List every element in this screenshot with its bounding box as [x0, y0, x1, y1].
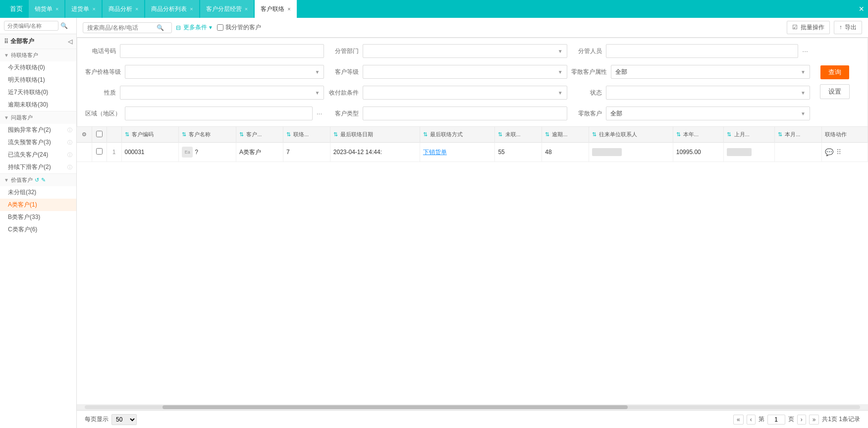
advanced-filter: 电话号码 分管部门 ▼ 分管人员 — [77, 38, 868, 127]
page-number-input[interactable] — [767, 415, 785, 425]
nav-tab-analysis-list[interactable]: 商品分析列表 × — [145, 0, 199, 18]
filter-region-field: 区域（地区） ··· — [85, 107, 324, 120]
check-icon: ☑ — [792, 24, 798, 31]
filter-phone-input[interactable] — [120, 44, 324, 58]
sort-icon-4[interactable]: ⇅ — [286, 131, 291, 137]
avatar: Ea — [182, 147, 193, 158]
filter-customer-grade-label: 客户等级 — [328, 68, 363, 76]
filter-price-grade-select[interactable]: ▼ — [125, 65, 324, 79]
sidebar-all-customers-header[interactable]: ⠿ 全部客户 ◁ — [0, 34, 76, 49]
sort-icon-11[interactable]: ⇅ — [727, 131, 731, 137]
page-size-select[interactable]: 50 100 200 — [111, 414, 137, 425]
filter-row-1: 电话号码 分管部门 ▼ 分管人员 — [85, 42, 810, 60]
arrow-down-icon-3: ▼ — [4, 177, 9, 183]
customer-name-wrapper: Ea ? — [182, 147, 233, 158]
company-contact-placeholder — [592, 148, 622, 156]
batch-ops-button[interactable]: ☑ 批量操作 — [787, 21, 829, 34]
main-search-input[interactable] — [87, 24, 157, 31]
more-conditions-btn[interactable]: ⊟ 更多条件 ▼ — [176, 23, 213, 32]
filter-person-input[interactable] — [606, 44, 799, 58]
query-button[interactable]: 查询 — [820, 65, 849, 79]
sidebar-item-a-class[interactable]: A类客户(1) — [0, 199, 76, 211]
sidebar-group-pending[interactable]: ▼ 待联络客户 — [0, 49, 76, 61]
filter-person-dots-icon[interactable]: ··· — [800, 47, 810, 55]
close-window-icon[interactable]: × — [859, 4, 864, 14]
filter-dept-select[interactable]: ▼ — [363, 44, 567, 58]
top-nav: 首页 销货单 × 进货单 × 商品分析 × 商品分析列表 × 客户分层经营 × … — [0, 0, 868, 18]
sidebar-item-c-class[interactable]: C类客户(6) — [0, 223, 76, 236]
table-col-code: ⇅ 客户编码 — [121, 127, 179, 143]
collapse-sidebar-icon[interactable]: ◁ — [68, 38, 72, 45]
sort-icon-3[interactable]: ⇅ — [239, 131, 244, 137]
nav-tab-purchase[interactable]: 进货单 × — [65, 0, 101, 18]
horizontal-scrollbar[interactable] — [77, 404, 868, 410]
filter-region-input[interactable] — [125, 107, 313, 120]
my-customers-check[interactable] — [217, 24, 223, 31]
nav-tab-analysis[interactable]: 商品分析 × — [103, 0, 144, 18]
sidebar-search-input[interactable] — [4, 21, 58, 31]
filter-sparse-attr-select[interactable]: 全部 ▼ — [611, 65, 810, 79]
sort-icon[interactable]: ⇅ — [125, 131, 129, 137]
sidebar-item-overdue[interactable]: 逾期未联络(30) — [0, 99, 76, 111]
nav-tab-customer-contact[interactable]: 客户联络 × — [255, 0, 296, 18]
sidebar-item-7days[interactable]: 近7天待联络(0) — [0, 86, 76, 99]
export-button[interactable]: ↑ 导出 — [834, 21, 862, 34]
sidebar-search-icon[interactable]: 🔍 — [60, 22, 68, 29]
sidebar-item-b-class[interactable]: B类客户(33) — [0, 211, 76, 223]
message-action-icon[interactable]: 💬 — [825, 148, 833, 156]
first-page-button[interactable]: « — [733, 415, 744, 425]
qr-action-icon[interactable]: ⠿ — [836, 148, 841, 156]
table-col-last-month: ⇅ 上月... — [724, 127, 775, 143]
select-all-checkbox[interactable] — [96, 131, 103, 137]
nav-home[interactable]: 首页 — [4, 4, 29, 13]
sidebar-item-churn-warning[interactable]: 流失预警客户(3) ⓘ — [0, 136, 76, 149]
sort-icon-5[interactable]: ⇅ — [333, 131, 338, 137]
prev-page-button[interactable]: ‹ — [747, 415, 756, 425]
filter-status-select[interactable]: ▼ — [606, 86, 810, 100]
table-col-this-year: ⇅ 本年... — [673, 127, 724, 143]
sort-icon-10[interactable]: ⇅ — [676, 131, 681, 137]
sort-icon-9[interactable]: ⇅ — [592, 131, 597, 137]
filter-region-dots-icon[interactable]: ··· — [315, 109, 325, 117]
filter-sparse-customer-select[interactable]: 全部 ▼ — [606, 107, 810, 120]
filter-customer-type-input[interactable] — [363, 107, 567, 120]
close-tab-analysis-list-icon[interactable]: × — [190, 6, 193, 12]
sort-icon-2[interactable]: ⇅ — [182, 131, 186, 137]
row-checkbox[interactable] — [96, 148, 103, 155]
sort-icon-12[interactable]: ⇅ — [778, 131, 782, 137]
last-page-button[interactable]: » — [809, 415, 819, 425]
sort-icon-8[interactable]: ⇅ — [545, 131, 549, 137]
my-customers-checkbox[interactable]: 我分管的客户 — [217, 23, 261, 32]
sort-icon-7[interactable]: ⇅ — [498, 131, 502, 137]
sidebar-group-value[interactable]: ▼ 价值客户 ↺ ✎ — [0, 173, 76, 186]
close-tab-sales-icon[interactable]: × — [55, 6, 58, 12]
close-tab-analysis-icon[interactable]: × — [135, 6, 138, 12]
next-page-button[interactable]: › — [797, 415, 806, 425]
filter-payment-select[interactable]: ▼ — [363, 86, 567, 100]
close-tab-customer-mgmt-icon[interactable]: × — [245, 6, 248, 12]
sidebar-item-hoarding[interactable]: 囤购异常客户(2) ⓘ — [0, 124, 76, 136]
sidebar-item-tomorrow[interactable]: 明天待联络(1) — [0, 74, 76, 86]
sort-icon-6[interactable]: ⇅ — [423, 131, 428, 137]
edit-group-icon[interactable]: ✎ — [41, 177, 46, 183]
row-contact-cell: 7 — [283, 143, 330, 162]
sidebar-item-today[interactable]: 今天待联络(0) — [0, 61, 76, 74]
refresh-icon[interactable]: ↺ — [35, 177, 39, 183]
close-tab-purchase-icon[interactable]: × — [92, 6, 95, 12]
close-tab-customer-contact-icon[interactable]: × — [287, 6, 290, 12]
filter-nature-select[interactable]: ▼ — [120, 86, 324, 100]
sidebar-item-declining[interactable]: 持续下滑客户(2) ⓘ — [0, 161, 76, 173]
nav-tab-sales[interactable]: 销货单 × — [29, 0, 64, 18]
scrollbar-thumb[interactable] — [163, 405, 628, 409]
filter-customer-grade-select[interactable]: ▼ — [363, 65, 567, 79]
last-method-link[interactable]: 下销货单 — [423, 149, 447, 156]
sidebar-group-problem[interactable]: ▼ 问题客户 — [0, 111, 76, 124]
info-icon-2: ⓘ — [67, 139, 72, 146]
filter-price-grade-field: 客户价格等级 ▼ — [85, 65, 324, 79]
nav-tab-customer-mgmt[interactable]: 客户分层经营 × — [200, 0, 254, 18]
sidebar-item-churned[interactable]: 已流失客户(24) ⓘ — [0, 149, 76, 161]
set-button[interactable]: 设置 — [820, 84, 850, 99]
table-gear-header[interactable]: ⚙ — [77, 127, 92, 143]
sidebar-item-unclassified[interactable]: 未分组(32) — [0, 186, 76, 199]
main-search-icon[interactable]: 🔍 — [157, 24, 164, 31]
